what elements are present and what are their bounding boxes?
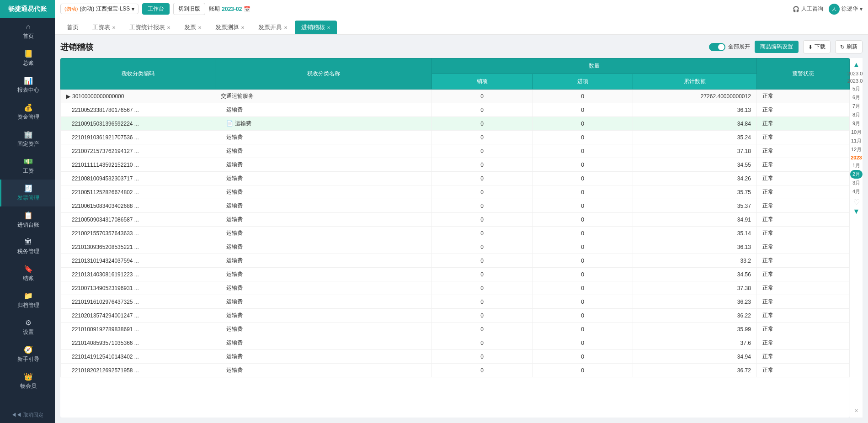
cell-code: 22101314030816191223 ...: [61, 268, 215, 281]
month-item-11[interactable]: 11月: [850, 137, 863, 145]
scroll-up-button[interactable]: ▲: [852, 60, 861, 70]
user-info[interactable]: 人 徐逻华 ▾: [829, 4, 863, 15]
heart-icon[interactable]: ♡: [853, 198, 860, 206]
cell-status: 正常: [756, 158, 849, 172]
cell-status: 正常: [756, 364, 849, 377]
month-item-9[interactable]: 9月: [850, 119, 863, 128]
month-item-4[interactable]: 4月: [850, 187, 863, 196]
sidebar-item-report[interactable]: 📊报表中心: [0, 72, 55, 99]
cell-purchase: 0: [533, 268, 633, 281]
support-button[interactable]: 🎧 人工咨询: [793, 5, 823, 13]
refresh-button[interactable]: ↻ 刷新: [835, 40, 863, 53]
cell-code: 22101910361921707536 ...: [61, 131, 215, 144]
table-row: 22101419125410143402 ... 运输费 0 0 34.94 正…: [61, 350, 850, 364]
sidebar-item-assets[interactable]: 🏢固定资产: [0, 126, 55, 153]
tab-label-salary-stats: 工资统计报表: [129, 23, 165, 32]
tab-home[interactable]: 首页: [60, 21, 85, 34]
sidebar-item-guide[interactable]: 🧭新手引导: [0, 341, 55, 368]
cell-name: 运输费: [215, 309, 432, 323]
table-row: 22100915031396592224 ... 📄运输费 0 0 34.84 …: [61, 117, 850, 131]
tab-close-invoice-open[interactable]: ✕: [284, 25, 288, 30]
month-item-6[interactable]: 6月: [850, 93, 863, 102]
ledger-icon: 📒: [24, 49, 33, 58]
sidebar-item-invoice-mgmt[interactable]: 🧾发票管理: [0, 180, 55, 206]
page-header: 进销稽核 全部展开 商品编码设置 ⬇ 下载 ↻ 刷新: [60, 40, 863, 53]
cell-cumulative: 35.24: [633, 131, 757, 144]
settings-icon: ⚙: [25, 318, 32, 327]
sidebar-item-settings[interactable]: ⚙设置: [0, 314, 55, 341]
table-row: 22101309365208535221 ... 运输费 0 0 36.13 正…: [61, 240, 850, 254]
tab-sales-check[interactable]: 进销稽核✕: [295, 21, 337, 34]
sidebar-item-settlement[interactable]: 🔖结账: [0, 260, 55, 287]
month-item-12[interactable]: 12月: [850, 145, 863, 154]
cell-sales: 0: [432, 185, 533, 199]
month-item-10[interactable]: 10月: [850, 128, 863, 137]
cell-code: 22101009192789838691 ...: [61, 323, 215, 336]
sidebar-item-tax-mgmt[interactable]: 🏛税务管理: [0, 233, 55, 260]
download-button[interactable]: ⬇ 下载: [803, 40, 831, 53]
cell-sales: 0: [432, 364, 533, 377]
cell-code: 22101111143592152210 ...: [61, 158, 215, 172]
tab-close-salary[interactable]: ✕: [112, 25, 116, 30]
cell-sales: 0: [432, 213, 533, 227]
tab-salary-stats[interactable]: 工资统计报表✕: [123, 21, 177, 34]
page-actions: 全部展开 商品编码设置 ⬇ 下载 ↻ 刷新: [709, 40, 863, 53]
tab-invoice[interactable]: 发票✕: [178, 21, 208, 34]
cell-code: 22100810094532303717 ...: [61, 172, 215, 185]
close-panel-button[interactable]: ✕: [854, 404, 858, 418]
cell-status: 正常: [756, 199, 849, 213]
sidebar-item-sales-ledger[interactable]: 📋进销台账: [0, 206, 55, 233]
goods-setting-button[interactable]: 商品编码设置: [755, 41, 799, 53]
sidebar-item-ledger[interactable]: 📒总账: [0, 45, 55, 72]
cell-cumulative: 34.26: [633, 172, 757, 185]
cell-code: 22100615083403402688 ...: [61, 199, 215, 213]
col-sales: 销项: [432, 74, 533, 90]
month-item-8[interactable]: 8月: [850, 111, 863, 119]
tab-label-sales-check: 进销稽核: [301, 23, 325, 32]
cell-cumulative: 35.99: [633, 323, 757, 336]
switch-button[interactable]: 切到旧版: [173, 3, 205, 15]
expand-icon[interactable]: ▶: [66, 93, 70, 100]
cell-name: 运输费: [215, 103, 432, 117]
cell-name: 运输费: [215, 144, 432, 158]
scroll-down-button[interactable]: ▼: [852, 206, 861, 217]
month-item-7[interactable]: 7月: [850, 102, 863, 111]
refresh-icon: ↻: [840, 44, 845, 50]
table-row: 22100511252826674802 ... 运输费 0 0 35.75 正…: [61, 185, 850, 199]
tab-salary[interactable]: 工资表✕: [86, 21, 122, 34]
tax-mgmt-icon: 🏛: [25, 238, 32, 246]
table-row: 22101009192789838691 ... 运输费 0 0 35.99 正…: [61, 323, 850, 336]
worktable-button[interactable]: 工作台: [142, 3, 170, 15]
sidebar-item-archive[interactable]: 📁归档管理: [0, 287, 55, 314]
company-tag: (勿动): [64, 5, 78, 12]
table-row: 22100523381780176567 ... 运输费 0 0 36.13 正…: [61, 103, 850, 117]
tab-invoice-calc[interactable]: 发票测算✕: [209, 21, 251, 34]
toggle-label: 全部展开: [728, 43, 750, 51]
headset-icon: 🎧: [793, 6, 799, 12]
tab-invoice-open[interactable]: 发票开具✕: [252, 21, 294, 34]
cell-purchase: 0: [533, 144, 633, 158]
tab-close-invoice-calc[interactable]: ✕: [241, 25, 245, 30]
col-tax-code: 税收分类编码: [61, 58, 215, 90]
table-row: 22101408593571035366 ... 运输费 0 0 37.6 正常: [61, 336, 850, 350]
sidebar-item-home[interactable]: ⌂首页: [0, 18, 55, 45]
month-item-3[interactable]: 3月: [850, 179, 863, 187]
tab-close-invoice[interactable]: ✕: [198, 25, 202, 30]
company-selector[interactable]: (勿动) (勿动) 江西报宝-LSS ▾: [60, 4, 138, 14]
tab-close-sales-check[interactable]: ✕: [327, 25, 330, 30]
cell-sales: 0: [432, 158, 533, 172]
month-item-2-active[interactable]: 2月: [850, 170, 863, 179]
cell-status: 正常: [756, 213, 849, 227]
sidebar-item-vip[interactable]: 👑畅会员: [0, 368, 55, 395]
sidebar-item-salary[interactable]: 💵工资: [0, 153, 55, 180]
unpin-button[interactable]: ◀◀ 取消固定: [0, 407, 55, 423]
month-item-1[interactable]: 1月: [850, 161, 863, 170]
month-item-5[interactable]: 5月: [850, 85, 863, 93]
calendar-icon[interactable]: 📅: [244, 6, 250, 12]
expand-toggle[interactable]: [709, 43, 725, 51]
tab-close-salary-stats[interactable]: ✕: [167, 25, 170, 30]
table-row: 22100713490523196931 ... 运输费 0 0 37.38 正…: [61, 281, 850, 295]
col-quantity-group: 数量: [432, 58, 757, 74]
page-content: 进销稽核 全部展开 商品编码设置 ⬇ 下载 ↻ 刷新: [55, 35, 868, 423]
sidebar-item-capital[interactable]: 💰资金管理: [0, 99, 55, 126]
